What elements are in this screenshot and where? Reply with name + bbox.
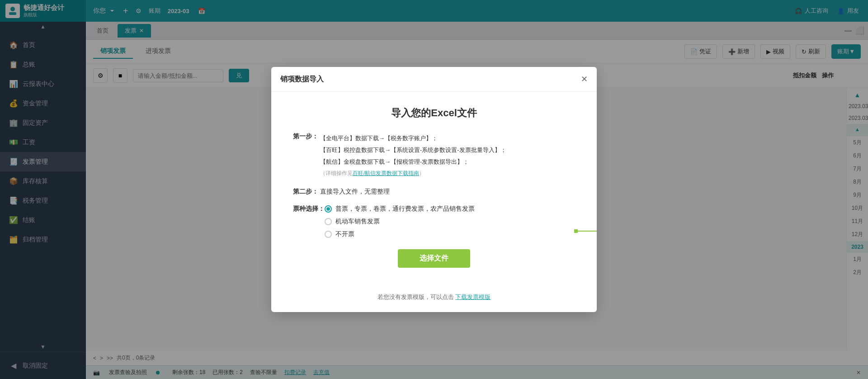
- step1-label: 第一步：: [293, 133, 320, 141]
- step2-row: 第二步： 直接导入文件，无需整理: [293, 188, 575, 196]
- modal-title: 销项数据导入: [280, 75, 324, 84]
- radio-item-3[interactable]: 不开票: [325, 230, 475, 238]
- modal-header: 销项数据导入 ✕: [271, 67, 597, 92]
- select-file-button[interactable]: 选择文件: [398, 249, 470, 268]
- step2-label: 第二步：: [293, 188, 320, 196]
- modal-body: 导入您的Excel文件 第一步： 【全电平台】数据下载→【税务数字账户】； 【百…: [271, 92, 597, 293]
- radio-item-1[interactable]: 普票，专票，卷票，通行费发票，农产品销售发票: [325, 205, 475, 213]
- modal-footer: 若您没有发票模版，可以点击 下载发票模版: [271, 293, 597, 312]
- ticket-label: 票种选择：: [293, 205, 325, 213]
- step1-line3: 【航信】金税盘数据下载→【报税管理-发票数据导出】；: [320, 156, 506, 168]
- radio-circle-3: [325, 231, 332, 238]
- ticket-selection-block: 票种选择： 普票，专票，卷票，通行费发票，农产品销售发票 机动车销售发票: [293, 205, 575, 238]
- step1-line1: 【全电平台】数据下载→【税务数字账户】；: [320, 133, 506, 144]
- step2-block: 第二步： 直接导入文件，无需整理: [293, 188, 575, 196]
- step1-link[interactable]: 百旺/航信发票数据下载指南: [353, 170, 419, 176]
- radio-label-2: 机动车销售发票: [335, 218, 380, 226]
- step1-row: 第一步： 【全电平台】数据下载→【税务数字账户】； 【百旺】税控盘数据下载→【系…: [293, 133, 575, 179]
- radio-circle-1: [325, 205, 332, 213]
- modal-close-button[interactable]: ✕: [581, 74, 588, 84]
- tooltip-connector: [574, 229, 597, 233]
- modal: 销项数据导入 ✕ 导入您的Excel文件 第一步： 【全电平台】数据下载→【税务…: [271, 67, 597, 312]
- modal-main-title: 导入您的Excel文件: [293, 106, 575, 120]
- radio-label-1: 普票，专票，卷票，通行费发票，农产品销售发票: [335, 205, 475, 213]
- step1-hint: （详细操作见百旺/航信发票数据下载指南）: [320, 168, 506, 179]
- download-template-link[interactable]: 下载发票模版: [455, 294, 491, 300]
- step2-text: 直接导入文件，无需整理: [320, 188, 390, 196]
- step1-content: 【全电平台】数据下载→【税务数字账户】； 【百旺】税控盘数据下载→【系统设置-系…: [320, 133, 506, 179]
- step1-block: 第一步： 【全电平台】数据下载→【税务数字账户】； 【百旺】税控盘数据下载→【系…: [293, 133, 575, 179]
- step1-line2: 【百旺】税控盘数据下载→【系统设置-系统参数设置-发票批量导入】；: [320, 144, 506, 156]
- modal-footer-text: 若您没有发票模版，可以点击: [377, 294, 454, 300]
- radio-item-2[interactable]: 机动车销售发票: [325, 218, 475, 226]
- tooltip-dot: [574, 229, 578, 233]
- radio-circle-2: [325, 218, 332, 225]
- modal-overlay[interactable]: 销项数据导入 ✕ 导入您的Excel文件 第一步： 【全电平台】数据下载→【税务…: [0, 0, 868, 379]
- radio-group: 普票，专票，卷票，通行费发票，农产品销售发票 机动车销售发票 不开票: [325, 205, 475, 238]
- radio-label-3: 不开票: [335, 230, 354, 238]
- tooltip-line: [578, 231, 597, 232]
- ticket-row: 票种选择： 普票，专票，卷票，通行费发票，农产品销售发票 机动车销售发票: [293, 205, 575, 238]
